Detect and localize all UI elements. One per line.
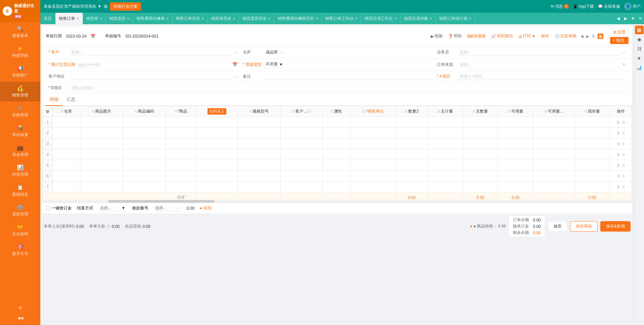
row-4-copy-icon[interactable]: ⊕ <box>622 152 625 157</box>
detail-view-icon[interactable]: ▦ <box>598 34 603 39</box>
tab-home[interactable]: 首页 <box>40 13 55 24</box>
tab-sales-invoice[interactable]: 销货单 ✕ <box>83 13 106 24</box>
sidebar-item-operation[interactable]: 📊 经营管理 <box>0 161 40 181</box>
form-settings-button[interactable]: ⚙ 设置 <box>610 28 629 36</box>
tab-daily-workbench-close[interactable]: ✕ <box>394 17 397 21</box>
tab-expense-split-close[interactable]: ✕ <box>166 17 169 21</box>
help-button[interactable]: ❓ 帮助 <box>447 33 463 40</box>
sidebar-item-sales[interactable]: 💰 销售管理 <box>0 82 40 101</box>
payment-select-input[interactable] <box>100 206 120 210</box>
list-view-icon[interactable]: ≡ <box>592 33 595 39</box>
tab-invoice-history-close[interactable]: ✕ <box>233 17 235 21</box>
b-project-input[interactable] <box>70 85 626 91</box>
tab-order-workbench-close[interactable]: ✕ <box>355 17 357 21</box>
sidebar-item-inventory[interactable]: 📦 库存核算 <box>0 121 40 141</box>
row-2-image[interactable] <box>80 128 123 138</box>
row-2-available2[interactable] <box>533 128 575 138</box>
settings-icon[interactable]: ⚙ <box>104 4 108 9</box>
app-download-button[interactable]: 📱 App下载 <box>573 4 594 9</box>
sidebar-item-search[interactable]: 🔍 搜索菜单 <box>0 22 40 42</box>
bank-account-select[interactable]: ··· <box>154 205 181 211</box>
salesperson-input[interactable] <box>458 49 620 55</box>
save-draft-button[interactable]: 保存草稿 <box>570 221 598 232</box>
system-dropdown-icon[interactable]: ▼ <box>98 4 102 9</box>
th-settings[interactable]: ⚙ <box>43 106 53 117</box>
row-2-code[interactable] <box>123 128 165 138</box>
right-panel-star-icon[interactable]: ★ <box>635 54 644 63</box>
row-1-spec[interactable] <box>238 117 280 128</box>
row-2-delete-icon[interactable]: 🗑 <box>616 131 620 135</box>
row-6-delete-icon[interactable]: 🗑 <box>616 174 620 178</box>
order-source-input[interactable] <box>458 62 620 68</box>
row-6-copy-icon[interactable]: ⊕ <box>622 174 625 178</box>
sidebar-item-guide[interactable]: 🎯 新手引导 <box>0 240 40 260</box>
profit-button[interactable]: 📈 毛利预估 <box>490 33 514 40</box>
tab-detail[interactable]: 明细 <box>46 94 63 106</box>
row-3-copy-icon[interactable]: ⊕ <box>622 141 625 146</box>
add-payment-button[interactable]: ● 添加 <box>200 205 212 211</box>
tab-summary[interactable]: 汇总 <box>63 94 79 106</box>
tab-daily-reconcile[interactable]: 钱货日清对账 ✕ <box>401 13 436 24</box>
customer-input[interactable] <box>70 49 232 55</box>
discard-button[interactable]: 放弃 <box>548 221 567 232</box>
sidebar-item-quick[interactable]: ⚡ 快捷导航 <box>0 42 40 62</box>
row-3-delete-icon[interactable]: 🗑 <box>616 141 620 146</box>
order-source-dropdown-icon[interactable]: ▼ <box>622 62 626 67</box>
tab-expense-history[interactable]: 销售费用分摊单历史 ✕ <box>274 13 322 24</box>
operation-button[interactable]: 操作 <box>540 33 551 40</box>
sidebar-item-system[interactable]: ⚙️ 系统管理 <box>0 201 40 220</box>
row-1-available2[interactable] <box>533 117 575 128</box>
table-settings-icon[interactable]: ⚙ <box>46 109 49 114</box>
row-5-delete-icon[interactable]: 🗑 <box>616 163 620 168</box>
remark-input[interactable] <box>264 73 432 80</box>
horizontal-scrollbar[interactable] <box>42 200 632 203</box>
delivery-date-input[interactable] <box>77 62 231 68</box>
row-2-attr[interactable] <box>323 128 350 138</box>
row-2-stock[interactable] <box>575 128 610 138</box>
user-menu[interactable]: 👤 用户 <box>624 3 641 10</box>
row-2-customer-code[interactable] <box>280 128 323 138</box>
sidebar-item-finance[interactable]: 💼 资金管理 <box>0 141 40 161</box>
prev-doc-icon[interactable]: ◀ <box>580 34 583 39</box>
row-1-unit[interactable] <box>350 117 396 128</box>
a-project-input[interactable] <box>458 73 626 80</box>
history-button[interactable]: 🕐 历史单据 <box>553 33 578 40</box>
tab-sales-order-close[interactable]: ✕ <box>76 17 79 21</box>
row-1-warehouse[interactable] <box>53 117 80 128</box>
tab-daily-workbench[interactable]: 钱货日清工作台 ✕ <box>361 13 401 24</box>
save-new-button[interactable]: 保存&新增 <box>600 221 631 232</box>
address-input[interactable] <box>70 73 232 80</box>
tabs-close-all[interactable]: ✕ <box>637 13 644 24</box>
warehouse-more-icon[interactable]: ··· <box>280 50 285 55</box>
row-1-copy-icon[interactable]: ⊕ <box>622 120 625 125</box>
preview-button[interactable]: ▶ 视频 <box>429 33 444 40</box>
row-2-unit[interactable] <box>350 128 396 138</box>
tabs-menu-arrow[interactable]: ▼ <box>629 13 637 24</box>
tab-daily-reconcile-close[interactable]: ✕ <box>429 17 432 21</box>
tab-return[interactable]: 销货退货 ✕ <box>106 13 133 24</box>
row-1-code[interactable] <box>123 117 165 128</box>
row-1-image[interactable] <box>80 117 123 128</box>
row-1-attr[interactable] <box>323 117 350 128</box>
customer-more-icon[interactable]: ··· <box>233 50 237 55</box>
tab-return-history-close[interactable]: ✕ <box>268 17 271 21</box>
one-key-checkbox[interactable] <box>46 206 50 210</box>
row-7-copy-icon[interactable]: ⊕ <box>622 185 625 189</box>
shortcut-button[interactable]: ⌨ 快捷键 <box>466 33 487 40</box>
sidebar-settings[interactable]: ⚙ <box>1 303 39 312</box>
tab-order-stats-close[interactable]: ✕ <box>469 17 471 21</box>
this-debt-help-icon[interactable]: ⓘ <box>107 224 110 229</box>
bank-select-input[interactable] <box>155 206 175 210</box>
tab-expense-split[interactable]: 销售费用分摊单 ✕ <box>133 13 173 24</box>
sidebar-collapse[interactable]: ◀◀ <box>1 314 39 322</box>
tab-expense-history-close[interactable]: ✕ <box>315 17 318 21</box>
calendar-icon[interactable]: 📅 <box>90 34 96 39</box>
row-2-product[interactable] <box>166 128 196 138</box>
row-1-main-unit[interactable] <box>428 117 463 128</box>
online-service-button[interactable]: 💬 在线客服 <box>598 4 620 9</box>
row-2-available1[interactable] <box>498 128 533 138</box>
tabs-next-arrow[interactable]: ▶ <box>622 13 629 24</box>
tab-order-workbench[interactable]: 销售订单工作台 ✕ <box>322 13 361 24</box>
row-1-main-qty[interactable] <box>463 117 498 128</box>
sidebar-item-marketing[interactable]: 📢 营销推广 <box>0 62 40 82</box>
